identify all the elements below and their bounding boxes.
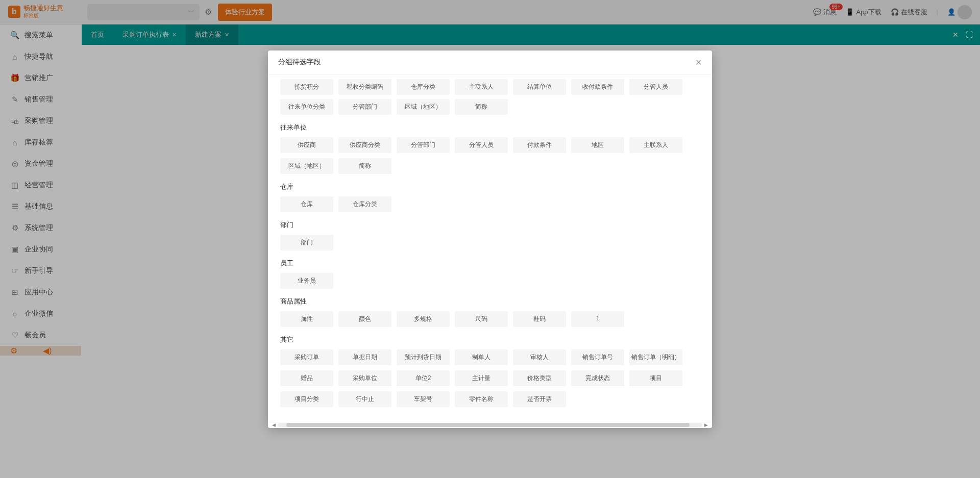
field-tag[interactable]: 是否开票 (513, 391, 566, 407)
field-tag[interactable]: 付款条件 (513, 137, 566, 153)
field-tag[interactable]: 尺码 (455, 311, 508, 327)
field-tag[interactable]: 鞋码 (513, 311, 566, 327)
field-tag[interactable]: 简称 (455, 99, 508, 115)
field-group-title: 商品属性 (280, 297, 700, 306)
field-tag[interactable]: 仓库 (280, 196, 333, 212)
modal-h-scrollbar[interactable]: ◀ ▶ (268, 422, 712, 428)
field-tag[interactable]: 区域（地区） (280, 158, 333, 174)
field-tag[interactable]: 单位2 (397, 370, 450, 386)
field-tag-row: 仓库仓库分类 (280, 196, 700, 212)
field-tag[interactable]: 拣货积分 (280, 79, 333, 95)
field-group-title: 员工 (280, 259, 700, 268)
field-tag[interactable]: 销售订单（明细） (629, 349, 682, 365)
field-tag[interactable]: 主联系人 (629, 137, 682, 153)
field-tag[interactable]: 预计到货日期 (397, 349, 450, 365)
field-tag[interactable]: 业务员 (280, 273, 333, 289)
field-tag-row: 部门 (280, 235, 700, 250)
modal-body: 拣货积分税收分类编码仓库分类主联系人结算单位收付款条件分管人员往来单位分类分管部… (268, 75, 712, 422)
field-tag-row: 属性颜色多规格尺码鞋码1 (280, 311, 700, 327)
field-tag[interactable]: 结算单位 (513, 79, 566, 95)
field-tag[interactable]: 颜色 (338, 311, 391, 327)
field-tag[interactable]: 分管部门 (397, 137, 450, 153)
field-tag-row: 采购订单单据日期预计到货日期制单人审核人销售订单号销售订单（明细）赠品采购单位单… (280, 349, 700, 407)
field-tag[interactable]: 多规格 (397, 311, 450, 327)
field-tag[interactable]: 部门 (280, 235, 333, 250)
field-tag[interactable]: 车架号 (397, 391, 450, 407)
field-tag[interactable]: 仓库分类 (338, 196, 391, 212)
field-tag[interactable]: 零件名称 (455, 391, 508, 407)
field-tag[interactable]: 属性 (280, 311, 333, 327)
field-tag[interactable]: 审核人 (513, 349, 566, 365)
field-tag[interactable]: 往来单位分类 (280, 99, 333, 115)
field-tag[interactable]: 完成状态 (571, 370, 624, 386)
field-tag[interactable]: 区域（地区） (397, 99, 450, 115)
modal-header: 分组待选字段 ✕ (268, 51, 712, 75)
field-tag[interactable]: 价格类型 (513, 370, 566, 386)
field-selector-modal: 分组待选字段 ✕ 拣货积分税收分类编码仓库分类主联系人结算单位收付款条件分管人员… (268, 51, 712, 428)
field-tag[interactable]: 1 (571, 311, 624, 327)
field-tag-row: 拣货积分税收分类编码仓库分类主联系人结算单位收付款条件分管人员 (280, 79, 700, 95)
scroll-right-icon[interactable]: ▶ (704, 422, 708, 427)
field-group-title: 往来单位 (280, 123, 700, 132)
field-tag[interactable]: 行中止 (338, 391, 391, 407)
field-tag[interactable]: 分管部门 (338, 99, 391, 115)
field-tag[interactable]: 供应商 (280, 137, 333, 153)
field-tag[interactable]: 仓库分类 (397, 79, 450, 95)
field-group-title: 其它 (280, 335, 700, 344)
modal-title: 分组待选字段 (278, 58, 321, 67)
field-tag-row: 供应商供应商分类分管部门分管人员付款条件地区主联系人区域（地区）简称 (280, 137, 700, 174)
scroll-track[interactable] (278, 423, 702, 427)
field-tag[interactable]: 主计量 (455, 370, 508, 386)
field-tag-row: 往来单位分类分管部门区域（地区）简称 (280, 99, 700, 115)
field-tag[interactable]: 简称 (338, 158, 391, 174)
field-tag[interactable]: 项目 (629, 370, 682, 386)
field-tag[interactable]: 赠品 (280, 370, 333, 386)
field-tag[interactable]: 主联系人 (455, 79, 508, 95)
scroll-left-icon[interactable]: ◀ (272, 422, 276, 427)
scroll-thumb[interactable] (286, 423, 690, 427)
field-tag[interactable]: 税收分类编码 (338, 79, 391, 95)
field-tag[interactable]: 制单人 (455, 349, 508, 365)
field-tag[interactable]: 销售订单号 (571, 349, 624, 365)
field-tag[interactable]: 分管人员 (455, 137, 508, 153)
field-tag[interactable]: 单据日期 (338, 349, 391, 365)
close-icon[interactable]: ✕ (695, 58, 702, 67)
field-tag[interactable]: 项目分类 (280, 391, 333, 407)
field-tag[interactable]: 分管人员 (629, 79, 682, 95)
field-group-title: 部门 (280, 220, 700, 230)
field-tag[interactable]: 采购订单 (280, 349, 333, 365)
field-tag[interactable]: 地区 (571, 137, 624, 153)
field-tag[interactable]: 收付款条件 (571, 79, 624, 95)
field-group-title: 仓库 (280, 182, 700, 191)
field-tag[interactable]: 采购单位 (338, 370, 391, 386)
field-tag-row: 业务员 (280, 273, 700, 289)
field-tag[interactable]: 供应商分类 (338, 137, 391, 153)
